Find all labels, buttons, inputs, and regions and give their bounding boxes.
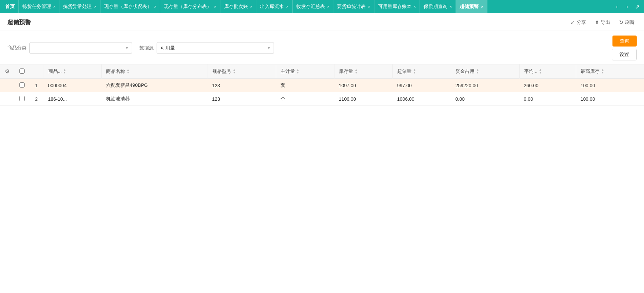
row-checkbox[interactable]: [19, 96, 25, 101]
cell-stock: 1097.00: [334, 79, 393, 92]
close-icon[interactable]: ×: [368, 4, 370, 9]
page-content: 超储预警 ⤢ 分享 ⬆ 导出 ↻ 刷新 商品分类 ▾ 数据源: [0, 13, 644, 293]
nav-tab-home[interactable]: 首页: [1, 0, 19, 13]
th-overstock[interactable]: 超储量 ▲▼: [393, 64, 451, 79]
sort-arrows-max-stock[interactable]: ▲▼: [601, 68, 604, 74]
cell-product-code: 186-10...: [44, 92, 102, 106]
chevron-down-icon: ▾: [268, 45, 270, 51]
page-title: 超储预警: [7, 19, 31, 26]
nav-expand-arrow[interactable]: ⇗: [632, 0, 643, 13]
nav-tab-abnormal[interactable]: 拣货异常处理 ×: [59, 0, 100, 13]
th-capital[interactable]: 资金占用 ▲▼: [451, 64, 519, 79]
page-header: 超储预警 ⤢ 分享 ⬆ 导出 ↻ 刷新: [0, 13, 644, 30]
sort-arrows-spec[interactable]: ▲▼: [233, 68, 236, 74]
cell-spec: 123: [208, 79, 276, 92]
sort-arrows-overstock[interactable]: ▲▼: [413, 68, 416, 74]
nav-tab-order-stats[interactable]: 要货单统计表 ×: [333, 0, 374, 13]
th-max-stock[interactable]: 最高库存 ▲▼: [576, 64, 644, 79]
th-avg[interactable]: 平均... ▲▼: [519, 64, 576, 79]
cell-unit: 套: [276, 79, 334, 92]
close-icon[interactable]: ×: [53, 4, 55, 9]
cell-capital: 0.00: [451, 92, 519, 106]
table-body: 1 0000004 六配套新昌490BPG 123 套 1097.00 997.…: [0, 79, 644, 106]
cell-overstock: 997.00: [393, 79, 451, 92]
cell-rownum: 1: [29, 79, 44, 92]
sort-arrows-stock[interactable]: ▲▼: [355, 68, 358, 74]
datasource-value: 可用量: [161, 45, 175, 51]
cell-gear: [0, 79, 15, 92]
chevron-down-icon: ▾: [126, 45, 128, 51]
cell-max-stock: 100.00: [576, 79, 644, 92]
table-header-row: ⚙ 商品... ▲▼: [0, 64, 644, 79]
cell-stock: 1106.00: [334, 92, 393, 106]
nav-right-arrow[interactable]: ›: [622, 0, 632, 13]
sort-arrows-product-code[interactable]: ▲▼: [63, 68, 66, 74]
datasource-select[interactable]: 可用量 ▾: [157, 42, 274, 54]
share-button[interactable]: ⤢ 分享: [568, 18, 588, 27]
category-select[interactable]: ▾: [29, 42, 132, 54]
close-icon[interactable]: ×: [450, 4, 452, 9]
gear-icon[interactable]: ⚙: [5, 68, 10, 74]
nav-tab-quality-check[interactable]: 保质期查询 ×: [420, 0, 456, 13]
sort-arrows-product-name[interactable]: ▲▼: [127, 68, 129, 74]
sort-arrows-capital[interactable]: ▲▼: [476, 68, 479, 74]
cell-product-name: 六配套新昌490BPG: [102, 79, 208, 92]
nav-tab-overstock-warning[interactable]: 超储预警 ×: [456, 0, 487, 13]
close-icon[interactable]: ×: [214, 4, 216, 9]
table-wrapper: ⚙ 商品... ▲▼: [0, 64, 644, 106]
select-all-checkbox[interactable]: [19, 68, 25, 74]
th-product-code[interactable]: 商品... ▲▼: [44, 64, 102, 79]
close-icon[interactable]: ×: [481, 4, 483, 9]
category-label: 商品分类: [7, 45, 26, 51]
th-product-name[interactable]: 商品名称 ▲▼: [102, 64, 208, 79]
export-icon: ⬆: [595, 19, 599, 25]
cell-avg: 0.00: [519, 92, 576, 106]
cell-product-code: 0000004: [44, 79, 102, 92]
sort-arrows-avg[interactable]: ▲▼: [539, 68, 542, 74]
cell-unit: 个: [276, 92, 334, 106]
refresh-button[interactable]: ↻ 刷新: [617, 18, 637, 27]
filter-area: 商品分类 ▾ 数据源 可用量 ▾ 查询 设置: [0, 30, 644, 64]
close-icon[interactable]: ×: [94, 4, 96, 9]
nav-tab-available-ledger[interactable]: 可用量库存账本 ×: [374, 0, 420, 13]
cell-checkbox: [15, 92, 29, 106]
cell-overstock: 1006.00: [393, 92, 451, 106]
cell-rownum: 2: [29, 92, 44, 106]
th-unit[interactable]: 主计量 ▲▼: [276, 64, 334, 79]
nav-arrows: ‹ › ⇗: [612, 0, 643, 13]
cell-max-stock: 100.00: [576, 92, 644, 106]
cell-capital: 259220.00: [451, 79, 519, 92]
close-icon[interactable]: ×: [327, 4, 329, 9]
close-icon[interactable]: ×: [154, 4, 156, 9]
row-checkbox[interactable]: [19, 82, 25, 88]
filter-buttons: 查询 设置: [612, 36, 637, 60]
cell-gear: [0, 92, 15, 106]
th-spec[interactable]: 规格型号 ▲▼: [208, 64, 276, 79]
top-nav: 首页 拣货任务管理 × 拣货异常处理 × 现存量（库存状况表） × 现存量（库存…: [0, 0, 644, 13]
th-gear: ⚙: [0, 64, 15, 79]
close-icon[interactable]: ×: [414, 4, 416, 9]
nav-tab-inout-flow[interactable]: 出入库流水 ×: [256, 0, 292, 13]
nav-tab-inventory-dist[interactable]: 现存量（库存分布表） ×: [160, 0, 220, 13]
cell-avg: 260.00: [519, 79, 576, 92]
data-table: ⚙ 商品... ▲▼: [0, 64, 644, 106]
export-button[interactable]: ⬆ 导出: [593, 18, 612, 27]
table-row: 2 186-10... 机油滤清器 123 个 1106.00 1006.00 …: [0, 92, 644, 106]
datasource-label: 数据源: [139, 45, 154, 51]
category-filter: 商品分类 ▾: [7, 42, 132, 54]
th-rownum: [29, 64, 44, 79]
nav-tab-task-mgmt[interactable]: 拣货任务管理 ×: [19, 0, 59, 13]
nav-left-arrow[interactable]: ‹: [612, 0, 622, 13]
nav-tab-collect-summary[interactable]: 收发存汇总表 ×: [293, 0, 333, 13]
datasource-filter: 数据源 可用量 ▾: [139, 42, 274, 54]
close-icon[interactable]: ×: [286, 4, 288, 9]
nav-tab-batch[interactable]: 库存批次账 ×: [220, 0, 256, 13]
cell-spec: 123: [208, 92, 276, 106]
query-button[interactable]: 查询: [612, 36, 637, 47]
settings-button[interactable]: 设置: [612, 49, 637, 60]
sort-arrows-unit[interactable]: ▲▼: [296, 68, 299, 74]
cell-checkbox: [15, 79, 29, 92]
th-stock[interactable]: 库存量 ▲▼: [334, 64, 393, 79]
nav-tab-inventory-status[interactable]: 现存量（库存状况表） ×: [100, 0, 160, 13]
close-icon[interactable]: ×: [250, 4, 252, 9]
